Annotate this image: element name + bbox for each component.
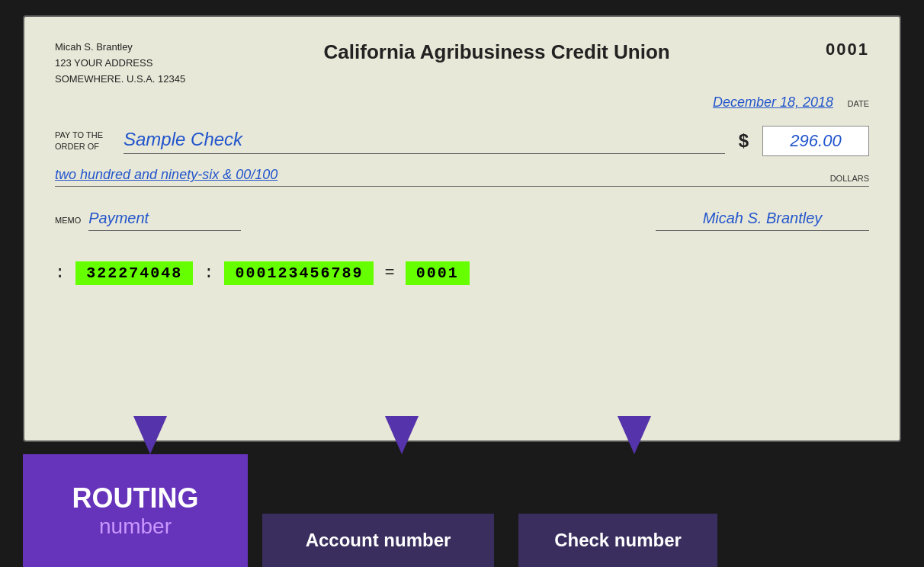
routing-arrow	[133, 416, 167, 454]
routing-label-title: ROUTING	[72, 482, 199, 514]
signature: Micah S. Brantley	[703, 210, 823, 226]
micr-line: : 322274048 : 000123456789 = 0001	[55, 261, 869, 285]
amount-numeric: 296.00	[790, 131, 841, 150]
payee-name: Sample Check	[124, 129, 242, 149]
date-label: DATE	[847, 99, 869, 108]
memo-value: Payment	[88, 210, 149, 226]
amount-written: two hundred and ninety-six & 00/100	[55, 167, 278, 183]
payer-address1: 123 YOUR ADDRESS	[55, 56, 185, 72]
signature-section: Micah S. Brantley	[656, 210, 869, 231]
routing-label-subtitle: number	[99, 514, 172, 539]
payer-name: Micah S. Brantley	[55, 40, 185, 56]
check-number-top: 0001	[808, 40, 869, 59]
dollar-sign: $	[739, 130, 749, 152]
account-label-text: Account number	[306, 530, 451, 551]
micr-check-number: 0001	[406, 261, 470, 285]
dollars-label: DOLLARS	[830, 174, 869, 183]
amount-box: 296.00	[762, 126, 869, 156]
check-arrow	[618, 416, 651, 454]
micr-equals: =	[384, 264, 394, 283]
account-label-box: Account number	[262, 514, 494, 567]
check: Micah S. Brantley 123 YOUR ADDRESS SOMEW…	[23, 15, 901, 442]
memo-label: MEMO	[55, 216, 81, 225]
pay-to-label: PAY TO THEORDER OF	[55, 130, 116, 153]
routing-label-box: ROUTING number	[23, 454, 248, 567]
memo-line: Payment	[88, 210, 241, 231]
bank-name: California Agribusiness Credit Union	[185, 40, 808, 66]
check-date: December 18, 2018	[713, 94, 833, 110]
payee-line: Sample Check	[124, 129, 725, 154]
account-arrow	[385, 416, 419, 454]
micr-routing: 322274048	[75, 261, 193, 285]
payer-info: Micah S. Brantley 123 YOUR ADDRESS SOMEW…	[55, 40, 185, 87]
micr-transit-end: :	[204, 264, 213, 283]
payer-address2: SOMEWHERE. U.S.A. 12345	[55, 72, 185, 88]
check-label-box: Check number	[518, 514, 717, 567]
check-label-text: Check number	[554, 530, 682, 551]
micr-transit-start: :	[55, 264, 65, 283]
micr-account: 000123456789	[224, 261, 374, 285]
